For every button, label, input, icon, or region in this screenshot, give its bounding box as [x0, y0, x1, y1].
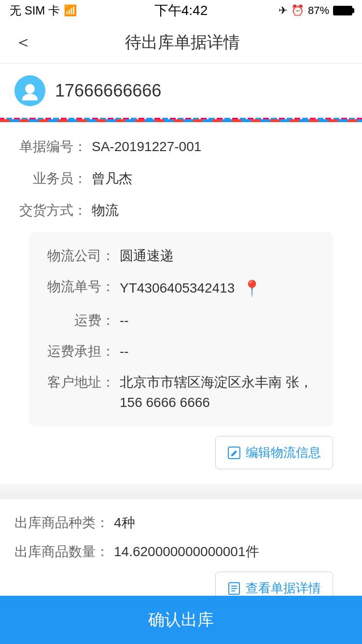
- logistics-company-value: 圆通速递: [120, 246, 320, 266]
- avatar: [14, 75, 45, 106]
- page-title: 待出库单据详情: [42, 31, 323, 54]
- salesman-value: 曾凡杰: [92, 168, 348, 189]
- freight-value: --: [120, 310, 320, 331]
- document-icon: [227, 582, 241, 595]
- map-pin-icon[interactable]: 📍: [242, 277, 262, 300]
- status-right: ✈ ⏰ 87%: [278, 4, 352, 17]
- edit-icon: [227, 446, 241, 460]
- document-number-row: 单据编号： SA-20191227-001: [14, 137, 348, 157]
- tracking-value: YT4306405342413: [120, 278, 235, 298]
- logistics-company-row: 物流公司： 圆通速递: [42, 246, 320, 266]
- view-detail-label: 查看单据详情: [246, 580, 321, 597]
- address-value: 北京市市辖区海淀区永丰南 张，156 6666 6666: [120, 372, 320, 413]
- freight-bear-value: --: [120, 341, 320, 362]
- section-separator: [0, 491, 362, 499]
- freight-label: 运费：: [42, 310, 120, 331]
- delivery-label: 交货方式：: [14, 200, 92, 221]
- customer-header: 17666666666: [0, 64, 362, 119]
- confirm-button-label: 确认出库: [148, 609, 214, 631]
- freight-row: 运费： --: [42, 310, 320, 331]
- nav-bar: ＜ 待出库单据详情: [0, 21, 362, 64]
- salesman-row: 业务员： 曾凡杰: [14, 168, 348, 189]
- status-time: 下午4:42: [154, 1, 208, 20]
- edit-logistics-label: 编辑物流信息: [246, 444, 321, 461]
- document-number-value: SA-20191227-001: [92, 137, 348, 157]
- wifi-icon: 📶: [64, 4, 77, 17]
- product-type-value: 4种: [114, 514, 135, 532]
- confirm-outbound-button[interactable]: 确认出库: [0, 596, 362, 644]
- status-left: 无 SIM 卡 📶: [10, 3, 77, 18]
- document-number-label: 单据编号：: [14, 137, 92, 157]
- logistics-company-label: 物流公司：: [42, 246, 120, 266]
- product-type-label: 出库商品种类：: [14, 514, 114, 532]
- customer-phone: 17666666666: [55, 81, 161, 101]
- svg-point-0: [25, 84, 35, 94]
- battery-percent: 87%: [308, 4, 329, 17]
- delivery-value: 物流: [92, 200, 348, 221]
- product-quantity-value: 14.620000000000001件: [114, 543, 259, 561]
- edit-logistics-button[interactable]: 编辑物流信息: [215, 436, 333, 469]
- edit-logistics-container: 编辑物流信息: [29, 436, 333, 469]
- basic-info-section: 单据编号： SA-20191227-001 业务员： 曾凡杰 交货方式： 物流 …: [0, 122, 362, 484]
- carrier-text: 无 SIM 卡: [10, 3, 60, 18]
- location-service-icon: ✈: [278, 4, 287, 17]
- product-type-row: 出库商品种类： 4种: [14, 514, 348, 532]
- tracking-label: 物流单号：: [42, 277, 120, 297]
- freight-bear-row: 运费承担： --: [42, 341, 320, 362]
- logistics-card: 物流公司： 圆通速递 物流单号： YT4306405342413 📍 运费： -…: [29, 232, 333, 426]
- delivery-row: 交货方式： 物流: [14, 200, 348, 221]
- tracking-row: 物流单号： YT4306405342413 📍: [42, 277, 320, 300]
- confirm-button-container: 确认出库: [0, 596, 362, 644]
- freight-bear-label: 运费承担：: [42, 341, 120, 362]
- product-quantity-label: 出库商品数量：: [14, 543, 114, 561]
- battery-icon: [333, 6, 352, 15]
- svg-point-1: [22, 94, 38, 100]
- address-label: 客户地址：: [42, 372, 120, 392]
- product-quantity-row: 出库商品数量： 14.620000000000001件: [14, 543, 348, 561]
- address-row: 客户地址： 北京市市辖区海淀区永丰南 张，156 6666 6666: [42, 372, 320, 413]
- status-bar: 无 SIM 卡 📶 下午4:42 ✈ ⏰ 87%: [0, 0, 362, 21]
- tracking-value-container: YT4306405342413 📍: [120, 277, 262, 300]
- salesman-label: 业务员：: [14, 168, 92, 189]
- alarm-icon: ⏰: [291, 4, 304, 17]
- back-button[interactable]: ＜: [14, 26, 42, 59]
